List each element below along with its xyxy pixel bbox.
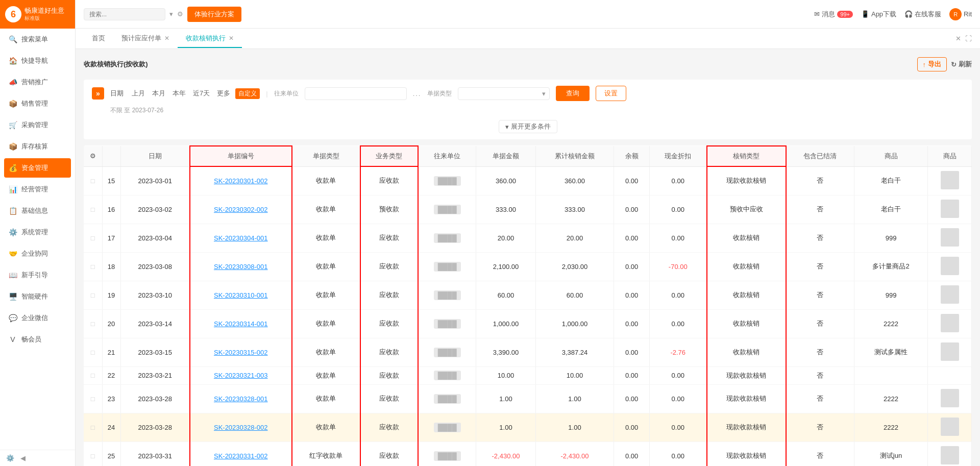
partner-value: ████ xyxy=(434,371,461,380)
cell-settings: □ xyxy=(84,338,102,366)
goods-image xyxy=(941,171,959,189)
partner-value: ████ xyxy=(434,233,461,243)
settings-icon[interactable]: ⚙️ xyxy=(6,454,14,462)
tab-receivable-close[interactable]: ✕ xyxy=(164,35,169,42)
sidebar-item-shortcut[interactable]: 🏠 快捷导航 xyxy=(0,50,75,71)
industry-button[interactable]: 体验行业方案 xyxy=(187,7,241,22)
tab-receivable[interactable]: 预计应应付单 ✕ xyxy=(113,30,178,48)
messages-action[interactable]: ✉ 消息 99+ xyxy=(814,10,853,19)
sidebar-icon-finance: 💰 xyxy=(8,163,17,173)
partner-value: ████ xyxy=(434,176,461,186)
tab-collection-close[interactable]: ✕ xyxy=(229,35,234,42)
sidebar-icon-shortcut: 🏠 xyxy=(8,56,17,65)
voucher-link[interactable]: SK-20230308-001 xyxy=(214,263,268,271)
cell-balance: 0.00 xyxy=(614,309,650,338)
table-scroll[interactable]: ⚙ 日期 单据编号 单据类型 业务类型 往来单位 单据金额 累计核销金额 余额 … xyxy=(84,145,972,466)
goods-image xyxy=(941,257,959,275)
partner-value: ████ xyxy=(434,423,461,432)
user-action[interactable]: R Rit xyxy=(949,8,972,20)
cell-voucher-no: SK-20230308-001 xyxy=(190,252,292,281)
voucher-link[interactable]: SK-20230328-002 xyxy=(214,424,268,431)
sidebar-item-finance[interactable]: 💰 资金管理 xyxy=(4,158,71,178)
cell-goods: 老白干 xyxy=(854,195,927,224)
voucher-link[interactable]: SK-20230328-001 xyxy=(214,395,268,403)
logo-name: 畅康道好生意 xyxy=(24,7,64,15)
voucher-link[interactable]: SK-20230314-001 xyxy=(214,320,268,328)
export-button[interactable]: ↑ 导出 xyxy=(917,57,947,71)
cell-voucher-type: 收款单 xyxy=(292,338,360,366)
date-opt-7days[interactable]: 近7天 xyxy=(191,88,212,99)
sidebar-item-hardware[interactable]: 🖥️ 智能硬件 xyxy=(0,286,75,307)
date-opt-this-month[interactable]: 本月 xyxy=(150,88,167,99)
date-opt-last-month[interactable]: 上月 xyxy=(130,88,147,99)
voucher-type-select[interactable] xyxy=(458,87,550,100)
refresh-button[interactable]: ↻ 刷新 xyxy=(951,60,972,69)
sidebar-icon-inventory: 📦 xyxy=(8,142,17,151)
sidebar-item-enterprise[interactable]: 🤝 企业协同 xyxy=(0,243,75,264)
cell-voucher-type: 红字收款单 xyxy=(292,442,360,466)
dropdown-icon[interactable]: ▾ xyxy=(169,10,173,18)
tab-collection[interactable]: 收款核销执行 ✕ xyxy=(178,30,242,48)
cell-amount: 1.00 xyxy=(476,413,535,442)
query-button[interactable]: 查询 xyxy=(556,86,590,101)
voucher-link[interactable]: SK-20230315-002 xyxy=(214,349,268,356)
sidebar-item-marketing[interactable]: 📣 营销推广 xyxy=(0,71,75,93)
cell-write-off-type: 现款收款核销 xyxy=(707,413,786,442)
voucher-link[interactable]: SK-20230321-003 xyxy=(214,372,268,379)
settings-gear-icon[interactable]: ⚙ xyxy=(177,10,183,18)
cell-date: 2023-03-14 xyxy=(120,309,190,338)
tab-close-all-icon[interactable]: ✕ xyxy=(955,35,961,42)
cell-date: 2023-03-02 xyxy=(120,195,190,224)
col-voucher-no: 单据编号 xyxy=(190,146,292,166)
cell-biz-type: 应收款 xyxy=(360,166,418,195)
voucher-link[interactable]: SK-20230304-001 xyxy=(214,234,268,242)
cell-seq: 24 xyxy=(102,413,120,442)
messages-icon: ✉ xyxy=(814,10,820,18)
sidebar-label-inventory: 库存核算 xyxy=(21,142,48,151)
sidebar-item-member[interactable]: V 畅会员 xyxy=(0,329,75,350)
cell-accum-write-off: -2,430.00 xyxy=(535,442,614,466)
cell-partner: ████ xyxy=(418,309,476,338)
app-download-action[interactable]: 📱 App下载 xyxy=(861,10,896,19)
settings-button[interactable]: 设置 xyxy=(596,86,626,101)
cell-write-off-type: 收款核销 xyxy=(707,224,786,252)
col-settings[interactable]: ⚙ xyxy=(84,146,102,166)
partner-input[interactable] xyxy=(305,87,407,100)
voucher-link[interactable]: SK-20230301-002 xyxy=(214,177,268,185)
goods-image xyxy=(941,228,959,247)
partner-label: 往来单位 xyxy=(274,89,299,98)
expand-more-button[interactable]: ▾ 展开更多条件 xyxy=(499,120,557,133)
date-opt-more[interactable]: 更多 xyxy=(215,88,232,99)
sidebar-item-system[interactable]: ⚙️ 系统管理 xyxy=(0,222,75,243)
date-opt-this-year[interactable]: 本年 xyxy=(170,88,188,99)
date-custom-button[interactable]: 自定义 xyxy=(235,88,260,99)
sidebar-item-inventory[interactable]: 📦 库存核算 xyxy=(0,136,75,157)
voucher-link[interactable]: SK-20230310-001 xyxy=(214,291,268,299)
cell-include-settled: 否 xyxy=(786,252,854,281)
cell-settings: □ xyxy=(84,166,102,195)
voucher-link[interactable]: SK-20230302-002 xyxy=(214,206,268,213)
sidebar-item-purchase[interactable]: 🛒 采购管理 xyxy=(0,114,75,136)
sidebar-item-search[interactable]: 🔍 搜索菜单 xyxy=(0,29,75,50)
cell-seq: 25 xyxy=(102,442,120,466)
voucher-type-label: 单据类型 xyxy=(427,89,452,98)
search-input[interactable] xyxy=(84,8,165,20)
settings-icon[interactable]: ⚙ xyxy=(90,152,96,160)
online-service-action[interactable]: 🎧 在线客服 xyxy=(904,10,941,19)
cell-date: 2023-03-08 xyxy=(120,252,190,281)
tab-expand-icon[interactable]: ⛶ xyxy=(965,35,972,42)
cell-accum-write-off: 1.00 xyxy=(535,384,614,413)
cell-accum-write-off: 20.00 xyxy=(535,224,614,252)
filter-toggle-button[interactable]: » xyxy=(92,87,104,100)
sidebar-item-wechat[interactable]: 💬 企业微信 xyxy=(0,307,75,329)
collapse-icon[interactable]: ◀ xyxy=(20,454,26,462)
sidebar-label-sales: 销售管理 xyxy=(21,99,48,108)
sidebar-item-guide[interactable]: 📖 新手引导 xyxy=(0,264,75,286)
cell-accum-write-off: 360.00 xyxy=(535,166,614,195)
sidebar-item-sales[interactable]: 📦 销售管理 xyxy=(0,93,75,114)
voucher-link[interactable]: SK-20230331-002 xyxy=(214,452,268,460)
sidebar-item-basic[interactable]: 📋 基础信息 xyxy=(0,200,75,222)
sidebar-item-operation[interactable]: 📊 经营管理 xyxy=(0,179,75,200)
tab-home[interactable]: 首页 xyxy=(84,30,113,48)
partner-value: ████ xyxy=(434,205,461,214)
